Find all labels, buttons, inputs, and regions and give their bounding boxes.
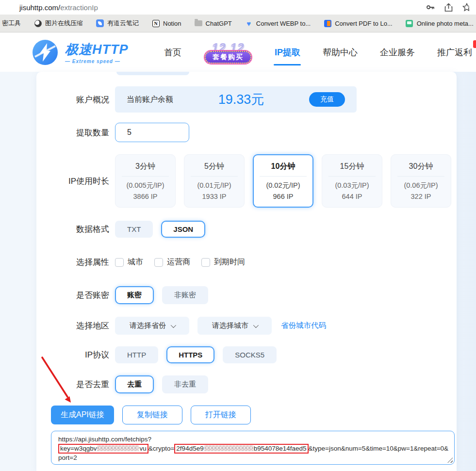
promo-buy-label: 套餐购买: [205, 51, 251, 64]
duration-title: 10分钟: [271, 162, 295, 172]
generate-api-link-button[interactable]: 生成API链接: [51, 406, 114, 424]
pdf-tool-icon: [324, 20, 331, 27]
checkbox-city[interactable]: [115, 258, 124, 267]
open-link-button[interactable]: 打开链接: [191, 406, 251, 424]
attributes-row: 选择属性 城市 运营商 到期时间: [36, 257, 457, 268]
province-select[interactable]: 请选择省份: [115, 317, 189, 335]
page-url[interactable]: jisuhttp.com/extractionIp: [19, 3, 98, 12]
site-logo[interactable]: 极速HTTP — Extreme speed —: [31, 38, 129, 66]
copy-link-button[interactable]: 复制链接: [122, 406, 182, 424]
quantity-row: 提取数量: [36, 123, 457, 142]
dedupe-option-yes-selected[interactable]: 去重: [115, 375, 154, 393]
heart-icon: ♥: [246, 20, 251, 27]
protocol-option-https-selected[interactable]: HTTPS: [166, 346, 214, 363]
province-placeholder: 请选择省份: [130, 321, 166, 330]
format-row: 数据格式 TXT JSON: [36, 221, 457, 238]
dedupe-row: 是否去重 去重 非去重: [36, 375, 457, 393]
attr-city[interactable]: 城市: [115, 257, 143, 267]
duration-ip-count: 322 IP: [411, 193, 431, 200]
duration-option-15min[interactable]: 15分钟 (0.03元/IP) 644 IP: [322, 154, 382, 208]
url-host: jisuhttp.com/: [19, 3, 60, 12]
nav-help-center[interactable]: 帮助中心: [323, 47, 358, 58]
bookmark-item[interactable]: 有道云笔记: [96, 19, 139, 28]
bookmark-label: ChatGPT: [206, 20, 232, 27]
bookmark-item[interactable]: NNotion: [152, 19, 181, 27]
bookmark-item[interactable]: Convert PDF to Lo...: [324, 19, 393, 27]
auth-option-credentials-selected[interactable]: 账密: [115, 286, 154, 304]
bookmark-item[interactable]: 密工具: [2, 19, 21, 28]
mosaic-blur-key: [97, 445, 139, 451]
duration-title: 5分钟: [204, 162, 224, 172]
nav-enterprise[interactable]: 企业服务: [380, 47, 415, 58]
url-path: extractionIp: [60, 3, 98, 12]
bookmark-label: Convert PDF to Lo...: [335, 20, 393, 27]
key-icon[interactable]: [426, 3, 435, 12]
protocol-label: IP协议: [36, 349, 115, 360]
page-background: 账户概况 当前账户余额 19.33元 充值 提取数量 IP使用时长 3分钟 (0…: [0, 72, 476, 471]
star-icon[interactable]: [462, 3, 469, 12]
main-nav: 首页 12.12 套餐购买 IP提取 帮助中心 企业服务 推广返利: [164, 41, 472, 64]
bookmark-item[interactable]: Online photo meta...: [406, 19, 474, 27]
bookmarks-bar: 密工具 图片在线压缩 有道云笔记 NNotion ChatGPT ♥Conver…: [0, 15, 476, 32]
browser-address-bar[interactable]: jisuhttp.com/extractionIp: [0, 0, 476, 15]
auth-label: 是否账密: [36, 290, 115, 301]
bookmark-item[interactable]: 图片在线压缩: [34, 19, 83, 28]
textarea-resize-handle[interactable]: [447, 457, 453, 463]
bookmark-item[interactable]: ♥Convert WEBP to...: [245, 19, 311, 27]
duration-title: 15分钟: [340, 162, 364, 172]
divider: [260, 176, 307, 177]
format-label: 数据格式: [36, 224, 115, 235]
attr-expiry[interactable]: 到期时间: [201, 257, 245, 267]
extraction-form-card: 账户概况 当前账户余额 19.33元 充值 提取数量 IP使用时长 3分钟 (0…: [36, 72, 457, 471]
panda-icon: [34, 20, 42, 27]
share-icon[interactable]: [444, 3, 453, 12]
region-row: 选择地区 请选择省份 请选择城市 省份城市代码: [36, 317, 457, 335]
dedupe-option-no[interactable]: 非去重: [162, 375, 208, 393]
bookmark-label: Online photo meta...: [417, 20, 474, 27]
lightning-logo-icon: [31, 38, 59, 66]
notion-icon: N: [152, 20, 160, 27]
divider: [122, 176, 169, 177]
redacted-key-highlight: key=w3qgbvvu: [58, 444, 148, 454]
attr-label: 运营商: [167, 257, 190, 267]
nav-ip-extract[interactable]: IP提取: [275, 47, 300, 58]
format-option-json-selected[interactable]: JSON: [161, 221, 205, 238]
auth-row: 是否账密 账密 非账密: [36, 286, 457, 304]
nav-home[interactable]: 首页: [164, 47, 181, 58]
attr-isp[interactable]: 运营商: [154, 257, 190, 267]
region-code-link[interactable]: 省份城市代码: [281, 321, 326, 331]
checkbox-expiry[interactable]: [201, 258, 210, 267]
protocol-option-socks5[interactable]: SOCKS5: [223, 346, 277, 363]
duration-options: 3分钟 (0.005元/IP) 3866 IP 5分钟 (0.01元/IP) 1…: [115, 154, 451, 208]
chevron-down-icon: [171, 322, 176, 327]
api-url-line3: port=2: [58, 454, 447, 462]
protocol-option-http[interactable]: HTTP: [115, 346, 158, 363]
youdao-icon: [96, 19, 104, 27]
mosaic-blur-crypto: [204, 445, 253, 451]
duration-ip-count: 966 IP: [273, 193, 294, 200]
auth-option-no-credentials[interactable]: 非账密: [162, 286, 208, 304]
duration-title: 30分钟: [409, 162, 433, 172]
bookmark-label: Convert WEBP to...: [256, 20, 311, 27]
quantity-input[interactable]: [115, 123, 189, 142]
protocol-row: IP协议 HTTP HTTPS SOCKS5: [36, 346, 457, 363]
duration-option-30min[interactable]: 30分钟 (0.06元/IP) 322 IP: [391, 154, 451, 208]
duration-row: IP使用时长 3分钟 (0.005元/IP) 3866 IP 5分钟 (0.01…: [36, 154, 457, 208]
api-url-textarea[interactable]: https://api.jisuhttp.com/fetchips? key=w…: [51, 431, 455, 465]
bookmark-item[interactable]: ChatGPT: [195, 19, 232, 27]
promo-banner-1212[interactable]: 12.12 套餐购买: [205, 41, 251, 64]
recharge-button[interactable]: 充值: [309, 92, 345, 107]
divider: [191, 176, 238, 177]
nav-referral[interactable]: 推广返利: [437, 47, 472, 58]
city-select[interactable]: 请选择城市: [197, 317, 272, 335]
clipped-element: [116, 72, 189, 75]
format-option-txt[interactable]: TXT: [115, 221, 153, 238]
site-header: 极速HTTP — Extreme speed — 首页 12.12 套餐购买 I…: [0, 32, 476, 72]
duration-option-10min-selected[interactable]: 10分钟 (0.02元/IP) 966 IP: [253, 154, 313, 208]
city-placeholder: 请选择城市: [212, 321, 248, 330]
checkbox-isp[interactable]: [154, 258, 163, 267]
duration-price: (0.02元/IP): [266, 181, 300, 190]
duration-option-3min[interactable]: 3分钟 (0.005元/IP) 3866 IP: [115, 154, 176, 208]
duration-option-5min[interactable]: 5分钟 (0.01元/IP) 1933 IP: [184, 154, 245, 208]
attr-label: 到期时间: [214, 257, 245, 267]
